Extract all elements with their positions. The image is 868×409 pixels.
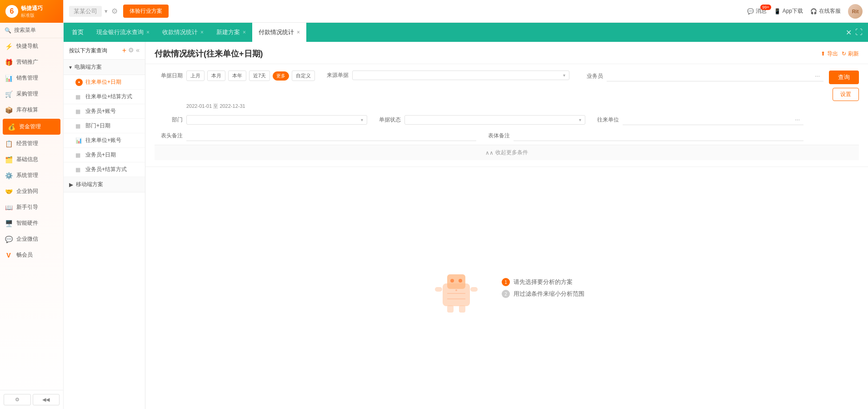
topbar-gear-icon[interactable]: ⚙ [111, 7, 118, 15]
tab-cash-flow-close[interactable]: × [146, 29, 150, 35]
scheme-item-partner-account-label: 往来单位+账号 [85, 136, 121, 144]
partner-label: 往来单位 [591, 116, 623, 124]
sidebar-item-marketing[interactable]: 🎁 营销推广 [0, 54, 63, 70]
scheme-settings-icon[interactable]: ⚙ [128, 46, 134, 55]
sidebar-item-operation[interactable]: 📋 经营管理 [0, 136, 63, 151]
settings-button[interactable]: 设置 [833, 88, 859, 101]
enterprise-icon: 🤝 [5, 188, 13, 195]
date-btn-this-year[interactable]: 本年 [228, 71, 246, 81]
filter-row-3: 表头备注 表体备注 [155, 131, 859, 141]
empty-robot-container [429, 261, 484, 315]
logo-text-block: 畅捷通巧 标准版 [21, 5, 43, 19]
search-label: 搜索菜单 [14, 26, 36, 34]
app-download-button[interactable]: 📱 App下载 [774, 7, 803, 15]
staff-ellipsis[interactable]: ··· [815, 72, 820, 79]
source-select[interactable]: ▾ [352, 71, 569, 80]
tab-cash-flow-label: 现金银行流水查询 [96, 28, 144, 36]
tab-collection-label: 收款情况统计 [162, 28, 198, 36]
scheme-item-dept-date[interactable]: ▦ 部门+日期 [64, 119, 145, 133]
partner-ellipsis[interactable]: ··· [795, 116, 800, 123]
svg-rect-1 [447, 274, 465, 289]
tab-close-all[interactable]: ✕ [846, 28, 852, 37]
refresh-button[interactable]: ↻ 刷新 [842, 50, 859, 58]
sidebar-item-shortcut[interactable]: ⚡ 快捷导航 [0, 38, 63, 54]
shortcut-icon: ⚡ [5, 43, 13, 50]
tab-collection[interactable]: 收款情况统计 × [156, 23, 210, 42]
svg-rect-6 [435, 287, 442, 292]
scheme-item-partner-settle[interactable]: ▦ 往来单位+结算方式 [64, 90, 145, 104]
sidebar-item-sales-label: 销售管理 [16, 74, 38, 82]
scheme-icon-1: ▦ [75, 94, 83, 100]
sidebar-item-system[interactable]: ⚙️ 系统管理 [0, 167, 63, 183]
sidebar-item-hardware-label: 智能硬件 [16, 219, 38, 227]
sidebar-item-basic[interactable]: 🗂️ 基础信息 [0, 151, 63, 167]
sidebar-item-inventory[interactable]: 📦 库存核算 [0, 102, 63, 118]
sidebar-collapse-button[interactable]: ◀◀ [33, 394, 60, 405]
msg-button[interactable]: 💬 消息 99+ [747, 7, 767, 15]
tab-maximize[interactable]: ⛶ [855, 28, 863, 36]
scheme-item-staff-date[interactable]: ▦ 业务员+日期 [64, 148, 145, 162]
tab-new-scheme[interactable]: 新建方案 × [210, 23, 252, 42]
scheme-item-active-icon: ● [75, 79, 83, 86]
trial-btn[interactable]: 体验行业方案 [123, 5, 169, 18]
sidebar-item-marketing-label: 营销推广 [16, 58, 38, 66]
scheme-icon-5: ▦ [75, 152, 83, 158]
query-button[interactable]: 查询 [829, 71, 859, 84]
date-btn-this-month[interactable]: 本月 [207, 71, 225, 81]
purchase-icon: 🛒 [5, 91, 13, 98]
dropdown-icon[interactable]: ▾ [105, 8, 108, 15]
search-icon: 🔍 [5, 27, 11, 34]
sidebar-item-sales[interactable]: 📊 销售管理 [0, 70, 63, 86]
filter-area: 单据日期 上月 本月 本年 近7天 更多 自定义 来源单据 [145, 64, 868, 167]
sidebar-item-wechat[interactable]: 💬 企业微信 [0, 231, 63, 247]
scheme-item-staff-settle[interactable]: ▦ 业务员+结算方式 [64, 162, 145, 177]
scheme-add-icon[interactable]: + [122, 46, 126, 55]
sidebar-item-enterprise[interactable]: 🤝 企业协同 [0, 183, 63, 199]
sidebar: 6 畅捷通巧 标准版 🔍 搜索菜单 ⚡ 快捷导航 🎁 营销推广 📊 销售管理 🛒… [0, 0, 64, 409]
date-btn-custom[interactable]: 自定义 [292, 71, 315, 81]
status-select[interactable]: ▾ [404, 115, 585, 125]
staff-label: 业务员 [575, 72, 607, 80]
sidebar-item-purchase[interactable]: 🛒 采购管理 [0, 86, 63, 102]
scheme-group-mobile-header[interactable]: ▶ 移动端方案 [64, 177, 145, 192]
online-service-button[interactable]: 🎧 在线客服 [810, 7, 841, 15]
tab-new-scheme-label: 新建方案 [216, 28, 240, 36]
scheme-item-partner-account[interactable]: 📊 往来单位+账号 [64, 133, 145, 148]
scheme-item-staff-settle-label: 业务员+结算方式 [85, 166, 127, 173]
sidebar-search[interactable]: 🔍 搜索菜单 [0, 23, 63, 38]
sidebar-item-hardware[interactable]: 🖥️ 智能硬件 [0, 215, 63, 231]
sidebar-item-guide[interactable]: 📖 新手引导 [0, 199, 63, 215]
sidebar-item-shortcut-label: 快捷导航 [16, 42, 38, 50]
sidebar-logo: 6 畅捷通巧 标准版 [0, 0, 63, 23]
scheme-group-pc-header[interactable]: ▾ 电脑端方案 [64, 60, 145, 75]
scheme-item-partner-date[interactable]: ● 往来单位+日期 [64, 75, 145, 90]
msg-icon: 💬 [747, 8, 754, 15]
tab-collection-close[interactable]: × [200, 29, 204, 35]
tab-payment[interactable]: 付款情况统计 × [252, 23, 306, 42]
service-icon: 🎧 [810, 8, 817, 15]
tab-cash-flow[interactable]: 现金银行流水查询 × [90, 23, 156, 42]
body-note-input[interactable] [514, 131, 803, 141]
dept-label: 部门 [155, 116, 186, 124]
dept-select[interactable]: ▾ [186, 115, 367, 125]
step-2-text: 用过滤条件来缩小分析范围 [514, 290, 584, 298]
export-button[interactable]: ⬆ 导出 [821, 50, 838, 58]
source-label: 来源单据 [320, 71, 352, 79]
tab-payment-close[interactable]: × [297, 29, 300, 35]
user-avatar[interactable]: Rit [848, 4, 863, 19]
sidebar-settings-button[interactable]: ⚙ [4, 394, 31, 405]
scheme-item-staff-account[interactable]: ▦ 业务员+账号 [64, 104, 145, 119]
tab-home[interactable]: 首页 [65, 23, 90, 42]
header-note-input[interactable] [186, 131, 476, 141]
header-note-label: 表头备注 [155, 132, 186, 140]
scheme-collapse-icon[interactable]: « [136, 46, 140, 55]
sidebar-item-capital[interactable]: 💰 资金管理 [3, 119, 60, 135]
filter-status-group: 单据状态 ▾ [373, 115, 585, 125]
collapse-more-btn[interactable]: ∧∧ 收起更多条件 [155, 145, 859, 160]
app-label: App下载 [783, 7, 803, 15]
tab-new-scheme-close[interactable]: × [243, 29, 246, 35]
sidebar-item-member[interactable]: V 畅会员 [0, 247, 63, 263]
date-btn-more[interactable]: 更多 [273, 71, 289, 81]
date-btn-last-7days[interactable]: 近7天 [249, 71, 270, 81]
date-btn-last-month[interactable]: 上月 [186, 71, 205, 81]
